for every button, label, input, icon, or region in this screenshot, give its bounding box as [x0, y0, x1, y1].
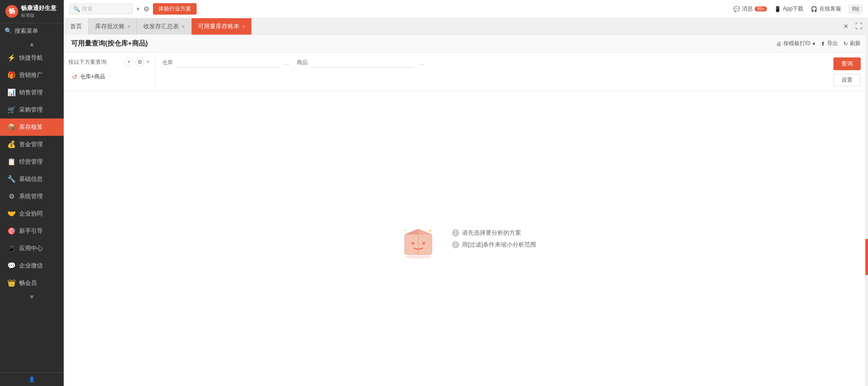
topbar-online-service[interactable]: 🎧 在线客服 [811, 5, 841, 13]
sidebar-item-enterprise[interactable]: 🤝 企业协同 [0, 205, 64, 222]
message-badge: 99+ [755, 6, 767, 11]
tab-available-book[interactable]: 可用量库存账本 × [192, 18, 252, 35]
inventory-label: 库存核算 [19, 123, 43, 131]
sidebar-item-guide[interactable]: 🎯 新手引导 [0, 222, 64, 240]
tab-home[interactable]: 首页 [64, 18, 89, 35]
app-edition: 标准版 [21, 12, 56, 18]
tip-text-2: 用[过滤]条件来缩小分析范围 [462, 239, 536, 251]
filter-scheme-header: 按以下方案查询 + ⚙ « [68, 57, 150, 67]
scheme-label: 仓库+商品 [80, 73, 105, 81]
sidebar-item-appstore[interactable]: 📱 应用中心 [0, 240, 64, 257]
marketing-label: 营销推广 [19, 71, 43, 79]
collapse-button[interactable]: « [146, 57, 150, 67]
settings-scheme-button[interactable]: ⚙ [135, 57, 144, 67]
basic-label: 基础信息 [19, 175, 43, 183]
sidebar-item-marketing[interactable]: 🎁 营销推广 [0, 67, 64, 84]
topbar: 🔍 搜索 ▾ ⚙ 体验行业方案 💬 消息 99+ 📱 App下载 🎧 在线客服 … [64, 0, 868, 18]
message-icon: 💬 [733, 6, 740, 12]
warehouse-input[interactable] [176, 57, 279, 68]
sidebar-item-vip[interactable]: 👑 畅会员 [0, 274, 64, 292]
app-name: 畅康通好生意 [21, 5, 56, 12]
purchase-icon: 🛒 [7, 106, 15, 114]
warehouse-more-icon[interactable]: … [284, 60, 289, 66]
sidebar-scroll-down[interactable]: ▼ [0, 292, 64, 302]
tab-batch-account-close[interactable]: × [127, 24, 130, 29]
tab-expand-button[interactable]: ⛶ [853, 21, 864, 32]
print-icon: 🖨 [776, 41, 782, 47]
refresh-icon: ↻ [843, 41, 848, 47]
sidebar-item-sales[interactable]: 📊 销售管理 [0, 84, 64, 101]
tab-receive-send-label: 收发存汇总表 [143, 22, 179, 31]
refresh-button[interactable]: ↻ 刷新 [843, 40, 861, 47]
query-actions: 查询 设置 [826, 53, 868, 91]
filter-goods: 商品 … [297, 57, 424, 68]
sidebar-scroll-up[interactable]: ▲ [0, 39, 64, 49]
query-button[interactable]: 查询 [833, 57, 861, 70]
sidebar-item-operations[interactable]: 📋 经营管理 [0, 153, 64, 170]
system-icon: ⚙ [7, 192, 15, 201]
sidebar-item-quick-nav[interactable]: ⚡ 快捷导航 [0, 49, 64, 67]
export-label: 导出 [827, 40, 838, 47]
tabbar-actions: × ⛶ [842, 21, 868, 32]
topbar-search[interactable]: 🔍 搜索 [69, 4, 133, 14]
appstore-label: 应用中心 [19, 244, 43, 252]
sidebar-item-inventory[interactable]: 📦 库存核算 [0, 118, 64, 136]
tab-home-label: 首页 [70, 22, 82, 31]
add-scheme-button[interactable]: + [124, 57, 133, 67]
sidebar-item-finance[interactable]: 💰 资金管理 [0, 136, 64, 153]
topbar-gear-icon[interactable]: ⚙ [143, 5, 149, 13]
topbar-dropdown-arrow[interactable]: ▾ [137, 5, 140, 12]
filter-fields: 仓库 … 商品 … [155, 53, 826, 91]
guide-icon: 🎯 [7, 227, 15, 235]
trial-button[interactable]: 体验行业方案 [153, 3, 197, 15]
tabbar: 首页 库存批次账 × 收发存汇总表 × 可用量库存账本 × × ⛶ [64, 18, 868, 35]
export-button[interactable]: ⬆ 导出 [821, 40, 838, 47]
tab-batch-account[interactable]: 库存批次账 × [89, 18, 137, 35]
sidebar-item-system[interactable]: ⚙ 系统管理 [0, 188, 64, 205]
tab-close-button[interactable]: × [842, 21, 850, 32]
finance-label: 资金管理 [19, 140, 43, 149]
sidebar-item-purchase[interactable]: 🛒 采购管理 [0, 101, 64, 118]
print-button[interactable]: 🖨 按模板打印 ▾ [776, 40, 815, 47]
topbar-username[interactable]: Rit [848, 5, 863, 14]
enterprise-label: 企业协同 [19, 210, 43, 218]
settings-scheme-icon: ⚙ [137, 59, 142, 65]
topbar-message[interactable]: 💬 消息 99+ [733, 5, 767, 13]
operations-icon: 📋 [7, 158, 15, 166]
print-label: 按模板打印 [783, 40, 811, 47]
quick-nav-label: 快捷导航 [19, 54, 43, 62]
refresh-label: 刷新 [850, 40, 861, 47]
goods-input[interactable] [310, 57, 414, 68]
page-header: 可用量查询(按仓库+商品) 🖨 按模板打印 ▾ ⬆ 导出 ↻ 刷新 [64, 35, 868, 53]
export-icon: ⬆ [821, 41, 825, 47]
sidebar-item-wechat[interactable]: 💬 企业微信 [0, 257, 64, 274]
tip-num-2: 2 [452, 241, 459, 248]
empty-state: ✦ ✦ 1 请先选择要分析的方案 2 用[过滤]条件来缩小分析范围 [64, 91, 868, 386]
tab-receive-send-close[interactable]: × [182, 24, 184, 29]
tab-batch-account-label: 库存批次账 [95, 22, 125, 31]
sidebar-search[interactable]: 🔍 搜索菜单 [0, 23, 64, 39]
goods-more-icon[interactable]: … [419, 60, 424, 66]
sidebar-item-basic[interactable]: 🔧 基础信息 [0, 170, 64, 188]
topbar-search-icon: 🔍 [73, 6, 80, 12]
operations-label: 经营管理 [19, 158, 43, 166]
tab-available-book-close[interactable]: × [242, 24, 245, 29]
appstore-icon: 📱 [7, 244, 15, 252]
basic-icon: 🔧 [7, 175, 15, 183]
side-scrollbar[interactable] [865, 18, 868, 386]
empty-state-image: ✦ ✦ [396, 216, 441, 262]
print-dropdown-icon[interactable]: ▾ [812, 41, 815, 47]
tab-receive-send[interactable]: 收发存汇总表 × [137, 18, 191, 35]
sidebar-bottom-user[interactable]: 👤 [0, 372, 64, 386]
purchase-label: 采购管理 [19, 106, 43, 114]
logo-text: 畅康通好生意 标准版 [21, 5, 56, 18]
marketing-icon: 🎁 [7, 71, 15, 79]
filter-scheme-panel: 按以下方案查询 + ⚙ « ↺ 仓库+商品 [64, 53, 155, 91]
tip-num-1: 1 [452, 229, 459, 237]
quick-nav-icon: ⚡ [7, 54, 15, 62]
svg-point-6 [411, 242, 414, 245]
filter-settings-button[interactable]: 设置 [833, 74, 861, 86]
scheme-item[interactable]: ↺ 仓库+商品 [68, 70, 150, 83]
topbar-app-download[interactable]: 📱 App下载 [774, 5, 803, 13]
filter-warehouse: 仓库 … [162, 57, 289, 68]
